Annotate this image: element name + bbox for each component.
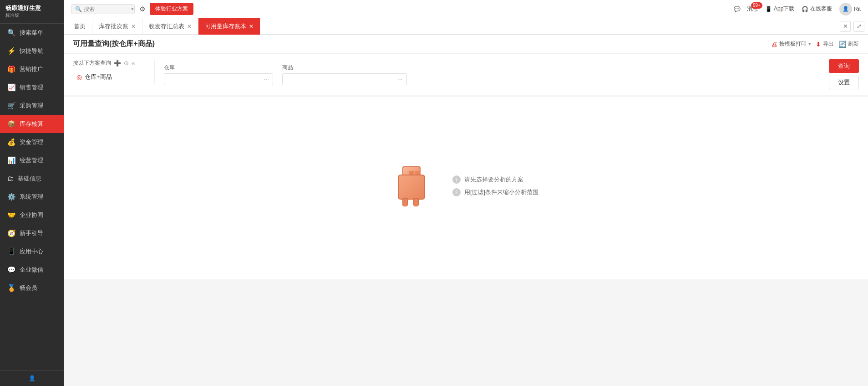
warehouse-filter-field: 仓库 ··· [164,64,273,85]
sidebar-item-marketing[interactable]: 🎁 营销推广 [0,60,64,78]
product-filter-field: 商品 ··· [282,64,407,85]
collapse-scheme-btn[interactable]: « [132,60,135,67]
app-name: 畅康通好生意 [5,5,58,12]
warehouse-label: 仓库 [164,64,273,72]
filter-action-btns: 查询 设置 [829,59,859,89]
sidebar-label-search: 搜索菜单 [20,29,43,37]
system-icon: ⚙️ [7,193,16,201]
sidebar-item-finance[interactable]: 💰 资金管理 [0,133,64,151]
tip-text-1: 请先选择要分析的方案 [464,175,523,184]
headset-icon: 🎧 [802,6,808,12]
sidebar-item-inventory[interactable]: 📦 库存核算 [0,115,64,133]
warehouse-input[interactable] [168,76,262,82]
sidebar-item-basic[interactable]: 🗂 基础信息 [0,170,64,188]
tab-available-qty-close[interactable]: ✕ [249,23,254,30]
page-header: 可用量查询(按仓库+商品) 🖨 按模板打印 ▾ ⬇ 导出 🔄 刷新 [64,35,868,54]
tab-right-btns: ✕ ⤢ [840,21,864,32]
sidebar-label-finance: 资金管理 [20,138,43,146]
guide-icon: 🧭 [7,229,16,237]
robot-face [409,171,414,175]
sidebar-label-operation: 经营管理 [20,156,43,165]
dropdown-icon[interactable]: ▾ [131,6,134,12]
enterprise-icon: 🤝 [7,211,16,219]
robot-body [398,175,425,200]
sidebar-item-sales[interactable]: 📈 销售管理 [0,78,64,97]
app-download-label: App下载 [774,5,794,13]
tab-expand-btn[interactable]: ⤢ [853,21,864,32]
sidebar-item-search[interactable]: 🔍 搜索菜单 [0,24,64,42]
sidebar-label-inventory: 库存核算 [20,120,43,128]
sidebar-label-guide: 新手引导 [20,229,43,237]
sidebar-label-purchase: 采购管理 [20,102,43,110]
sidebar-nav: 🔍 搜索菜单 ⚡ 快捷导航 🎁 营销推广 📈 销售管理 🛒 采购管理 📦 库存核… [0,24,64,370]
sidebar-label-basic: 基础信息 [18,175,41,183]
sidebar-item-operation[interactable]: 📊 经营管理 [0,151,64,170]
product-input[interactable] [286,76,396,82]
sidebar-item-enterprise[interactable]: 🤝 企业协同 [0,206,64,224]
header-right: 💬 99+ 消息 📱 App下载 🎧 在线客服 👤 Rit [734,3,861,15]
finance-icon: 💰 [7,138,16,146]
tab-batch-account-close[interactable]: ✕ [131,23,136,30]
export-btn[interactable]: ⬇ 导出 [816,40,834,48]
empty-tip-1: 1 请先选择要分析的方案 [452,175,538,184]
tab-close-window-btn[interactable]: ✕ [840,21,851,32]
sidebar-label-shortcut: 快捷导航 [20,47,43,55]
industry-btn[interactable]: 体验行业方案 [150,3,193,15]
sidebar-item-system[interactable]: ⚙️ 系统管理 [0,188,64,206]
sidebar-item-shortcut[interactable]: ⚡ 快捷导航 [0,42,64,60]
export-icon: ⬇ [816,41,821,48]
sidebar-label-enterprise: 企业协同 [20,211,43,219]
operation-icon: 📊 [7,156,16,165]
scheme-item-warehouse-product[interactable]: ◎ 仓库+商品 [73,71,147,83]
header-search-bar[interactable]: 🔍 ▾ [71,4,135,14]
print-btn[interactable]: 🖨 按模板打印 ▾ [771,40,811,48]
refresh-btn[interactable]: 🔄 刷新 [838,40,859,48]
print-dropdown-icon[interactable]: ▾ [808,41,811,47]
sidebar-item-appstore[interactable]: 📱 应用中心 [0,242,64,261]
product-input-box[interactable]: ··· [282,73,407,85]
sidebar-item-wechat[interactable]: 💬 企业微信 [0,261,64,279]
warehouse-input-box[interactable]: ··· [164,73,273,85]
refresh-label: 刷新 [848,40,859,48]
tip-text-2: 用[过滤]条件来缩小分析范围 [464,188,538,196]
export-label: 导出 [823,40,834,48]
sidebar-label-member: 畅会员 [20,284,37,292]
sidebar-bottom-icon: 👤 [29,375,36,381]
page-content: 可用量查询(按仓库+商品) 🖨 按模板打印 ▾ ⬇ 导出 🔄 刷新 [64,35,868,386]
main-area: 🔍 ▾ ⚙ 体验行业方案 💬 99+ 消息 📱 App下载 🎧 在线客服 👤 [64,0,868,386]
user-area[interactable]: 👤 Rit [839,3,861,15]
tab-receipt-summary-label: 收发存汇总表 [149,22,184,31]
page-header-actions: 🖨 按模板打印 ▾ ⬇ 导出 🔄 刷新 [771,40,859,48]
gear-icon[interactable]: ⚙ [139,5,145,13]
empty-state: 1 请先选择要分析的方案 2 用[过滤]条件来缩小分析范围 [64,97,868,279]
sidebar-item-guide[interactable]: 🧭 新手引导 [0,224,64,242]
settings-btn[interactable]: 设置 [829,76,859,89]
query-btn[interactable]: 查询 [829,59,859,73]
sidebar: 畅康通好生意 标准版 🔍 搜索菜单 ⚡ 快捷导航 🎁 营销推广 📈 销售管理 🛒… [0,0,64,386]
add-scheme-btn[interactable]: ➕ [114,60,121,67]
tab-available-qty-label: 可用量库存账本 [205,22,246,31]
tab-receipt-summary[interactable]: 收发存汇总表 ✕ [142,18,198,35]
app-download-btn[interactable]: 📱 App下载 [765,5,794,13]
tip-num-1: 1 [452,175,461,184]
tab-bar: 首页 库存批次账 ✕ 收发存汇总表 ✕ 可用量库存账本 ✕ ✕ ⤢ [64,18,868,35]
empty-illustration [393,165,439,211]
product-more-btn[interactable]: ··· [397,76,403,83]
tab-available-qty[interactable]: 可用量库存账本 ✕ [198,18,260,35]
marketing-icon: 🎁 [7,65,16,73]
filter-scheme-panel: 按以下方案查询 ➕ ⊙ « ◎ 仓库+商品 [73,59,155,83]
top-header: 🔍 ▾ ⚙ 体验行业方案 💬 99+ 消息 📱 App下载 🎧 在线客服 👤 [64,0,868,18]
tab-batch-account[interactable]: 库存批次账 ✕ [92,18,142,35]
sidebar-item-purchase[interactable]: 🛒 采购管理 [0,97,64,115]
online-support-btn[interactable]: 🎧 在线客服 [802,5,832,13]
tab-home[interactable]: 首页 [67,18,92,35]
filter-area: 按以下方案查询 ➕ ⊙ « ◎ 仓库+商品 仓库 ··· [64,54,868,95]
warehouse-more-btn[interactable]: ··· [264,76,269,83]
avatar: 👤 [839,3,852,15]
empty-tips: 1 请先选择要分析的方案 2 用[过滤]条件来缩小分析范围 [452,175,538,201]
messages-btn[interactable]: 💬 99+ 消息 [734,5,758,13]
tab-receipt-summary-close[interactable]: ✕ [187,23,192,30]
sidebar-item-member[interactable]: 🏅 畅会员 [0,279,64,297]
header-search-input[interactable] [84,6,129,12]
scheme-settings-btn[interactable]: ⊙ [124,60,129,67]
